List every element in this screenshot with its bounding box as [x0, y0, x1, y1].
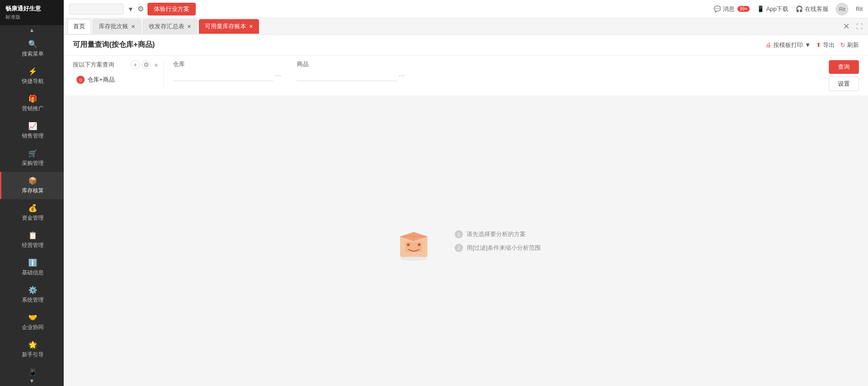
empty-state: 1 请先选择要分析的方案 2 用[过滤]条件来缩小分析范围: [64, 96, 868, 386]
tab-receipt-summary[interactable]: 收发存汇总表 ✕: [143, 19, 197, 34]
sidebar-item-label: 营销推广: [22, 105, 44, 113]
tab-available-ledger[interactable]: 可用量库存账本 ✕: [199, 19, 259, 34]
app-download-button[interactable]: 📱 App下载: [757, 5, 788, 13]
scheme-header-label: 按以下方案查询: [73, 61, 114, 69]
cart-icon: 🛒: [28, 149, 37, 158]
sidebar-item-label: 经营管理: [22, 242, 44, 249]
add-scheme-button[interactable]: +: [131, 60, 140, 69]
app-name: 畅康通好生意: [5, 5, 58, 13]
tip-num-1: 1: [455, 230, 463, 238]
sidebar-item-app-center[interactable]: 📱 应用中心: [0, 363, 64, 376]
topbar-search-input[interactable]: [69, 4, 124, 15]
tab-home[interactable]: 首页: [67, 19, 91, 34]
dropdown-icon[interactable]: ▼: [127, 5, 134, 13]
tab-available-ledger-close[interactable]: ✕: [249, 24, 253, 30]
warehouse-input[interactable]: [173, 70, 273, 81]
goods-input-row: ···: [297, 70, 415, 81]
scheme-item-warehouse-goods[interactable]: ⊙ 仓库+商品: [73, 73, 158, 87]
settings-scheme-button[interactable]: ⚙: [142, 60, 151, 69]
sidebar-item-basic-info[interactable]: ℹ️ 基础信息: [0, 254, 64, 281]
handshake-icon: 🤝: [28, 313, 37, 322]
scheme-header: 按以下方案查询 + ⚙ «: [73, 60, 158, 69]
gift-icon: 🎁: [28, 94, 37, 103]
svg-point-7: [400, 256, 427, 261]
tabbar-expand-button[interactable]: ⛶: [854, 23, 864, 30]
svg-point-6: [418, 243, 421, 246]
scheme-item-label: 仓库+商品: [87, 76, 115, 84]
export-icon: ⬆: [816, 41, 821, 48]
goods-field: 商品 ···: [297, 60, 415, 81]
goods-label: 商品: [297, 60, 415, 68]
refresh-button[interactable]: ↻ 刷新: [840, 41, 859, 49]
sidebar-item-label: 快捷导航: [22, 77, 44, 85]
star-icon: 🌟: [28, 340, 37, 349]
goods-input[interactable]: [297, 70, 397, 81]
page-title: 可用量查询(按仓库+商品): [73, 40, 155, 50]
print-button[interactable]: 🖨 按模板打印 ▼: [766, 41, 811, 49]
avatar: Rit: [836, 3, 848, 15]
svg-point-5: [407, 243, 410, 246]
goods-more-icon[interactable]: ···: [399, 72, 405, 80]
tab-batch-ledger[interactable]: 库存批次账 ✕: [93, 19, 141, 34]
trial-button[interactable]: 体验行业方案: [147, 3, 196, 15]
tab-batch-ledger-close[interactable]: ✕: [131, 24, 135, 30]
query-button[interactable]: 查询: [829, 60, 859, 74]
sidebar-item-purchase[interactable]: 🛒 采购管理: [0, 144, 64, 172]
sidebar-item-label: 销售管理: [22, 132, 44, 140]
sidebar-item-operation[interactable]: 📋 经营管理: [0, 226, 64, 254]
sidebar-scroll-up[interactable]: ▲: [0, 25, 64, 35]
sidebar-item-marketing[interactable]: 🎁 营销推广: [0, 90, 64, 117]
warehouse-field: 仓库 ···: [173, 60, 291, 81]
version-badge: 标准版: [5, 14, 58, 21]
print-dropdown-icon[interactable]: ▼: [805, 41, 811, 48]
empty-state-content: 1 请先选择要分析的方案 2 用[过滤]条件来缩小分析范围: [391, 218, 541, 264]
search-icon: 🔍: [28, 40, 37, 48]
tab-receipt-summary-label: 收发存汇总表: [149, 22, 184, 31]
settings-icon[interactable]: ⚙: [137, 5, 144, 13]
content-area: 可用量查询(按仓库+商品) 🖨 按模板打印 ▼ ⬆ 导出 ↻ 刷新: [64, 35, 868, 386]
refresh-label: 刷新: [847, 41, 859, 49]
collapse-scheme-button[interactable]: «: [154, 61, 158, 68]
sidebar-item-enterprise[interactable]: 🤝 企业协同: [0, 309, 64, 336]
sidebar-scroll-down[interactable]: ▼: [0, 376, 64, 386]
sidebar-item-label: 采购管理: [22, 160, 44, 167]
message-badge: 99+: [737, 6, 750, 12]
warehouse-input-row: ···: [173, 70, 291, 81]
query-actions: 查询 设置: [823, 60, 859, 91]
sidebar-item-guide[interactable]: 🌟 新手引导: [0, 336, 64, 363]
sidebar-item-system[interactable]: ⚙️ 系统管理: [0, 281, 64, 309]
message-button[interactable]: 💬 消息 99+: [714, 5, 750, 13]
tab-available-ledger-label: 可用量库存账本: [205, 22, 246, 31]
clipboard-icon: 📋: [28, 231, 37, 240]
filter-fields: 仓库 ··· 商品 ···: [164, 60, 823, 81]
empty-tip-1: 1 请先选择要分析的方案: [455, 230, 541, 238]
tip-text-1: 请先选择要分析的方案: [467, 230, 526, 238]
scheme-header-actions: + ⚙ «: [131, 60, 158, 69]
filter-settings-button[interactable]: 设置: [829, 77, 859, 91]
filter-panel: 按以下方案查询 + ⚙ « ⊙ 仓库+商品 仓库 ·: [64, 56, 868, 96]
main-area: ▼ ⚙ 体验行业方案 💬 消息 99+ 📱 App下载 🎧 在线客服 Rit R…: [64, 0, 868, 386]
tabbar-close-button[interactable]: ✕: [840, 21, 853, 31]
chart-icon: 📈: [28, 122, 37, 130]
sidebar-item-search[interactable]: 🔍 搜索菜单: [0, 35, 64, 62]
sidebar-item-shortcut[interactable]: ⚡ 快捷导航: [0, 62, 64, 90]
online-service-label: 在线客服: [805, 5, 828, 13]
money-icon: 💰: [28, 204, 37, 212]
sidebar-item-sales[interactable]: 📈 销售管理: [0, 117, 64, 144]
sidebar-item-label: 新手引导: [22, 351, 44, 359]
print-icon: 🖨: [766, 41, 772, 48]
empty-tip-2: 2 用[过滤]条件来缩小分析范围: [455, 244, 541, 252]
tab-receipt-summary-close[interactable]: ✕: [187, 24, 191, 30]
online-service-button[interactable]: 🎧 在线客服: [796, 5, 828, 13]
message-label: 消息: [723, 5, 735, 13]
sidebar-item-finance[interactable]: 💰 资金管理: [0, 199, 64, 226]
download-icon: 📱: [757, 5, 764, 12]
service-icon: 🎧: [796, 5, 803, 12]
page-header: 可用量查询(按仓库+商品) 🖨 按模板打印 ▼ ⬆ 导出 ↻ 刷新: [64, 35, 868, 56]
message-icon: 💬: [714, 5, 721, 12]
scheme-item-icon: ⊙: [76, 76, 85, 84]
sidebar-item-inventory[interactable]: 📦 库存核算: [0, 172, 64, 199]
export-button[interactable]: ⬆ 导出: [816, 41, 835, 49]
warehouse-more-icon[interactable]: ···: [275, 72, 281, 80]
sidebar-item-label: 资金管理: [22, 214, 44, 222]
